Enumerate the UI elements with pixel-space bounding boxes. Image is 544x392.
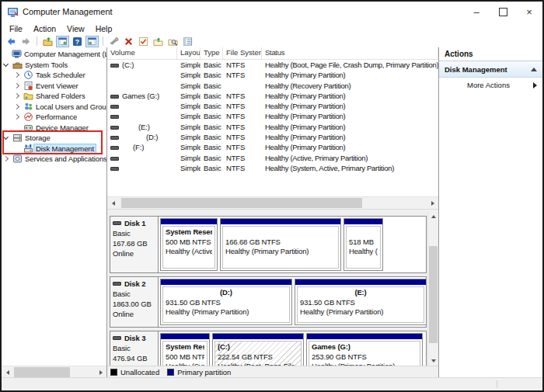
tree-item-computer-management[interactable]: Computer Management (Local — [2, 49, 106, 60]
check-icon[interactable] — [137, 36, 150, 47]
collapse-icon[interactable] — [531, 68, 537, 71]
tree-item-device-manager[interactable]: Device Manager — [2, 123, 106, 134]
scroll-down-icon[interactable] — [428, 356, 438, 366]
menu-view[interactable]: View — [61, 23, 90, 34]
scroll-right-icon[interactable] — [427, 197, 438, 209]
partition-disk3-system-reserved[interactable]: System Rese 500 MB NTFS Healthy (Syst — [160, 333, 210, 366]
scroll-left-icon[interactable] — [2, 366, 13, 378]
column-header-status[interactable]: Status — [262, 47, 438, 59]
svg-text:?: ? — [75, 37, 79, 45]
tree-item-system-tools[interactable]: System Tools — [2, 60, 106, 71]
primary-partition-band — [213, 334, 303, 339]
window-controls: – × — [463, 2, 542, 22]
volume-row[interactable]: (C:) Simple Basic NTFS Healthy (Boot, Pa… — [107, 60, 438, 70]
column-header-layout[interactable]: Layout — [177, 47, 201, 59]
column-header-file-system[interactable]: File System — [223, 47, 262, 59]
volume-row[interactable]: (D:) Simple Basic NTFS Healthy (Primary … — [107, 132, 438, 142]
chevron-right-icon[interactable] — [14, 83, 19, 88]
chevron-down-icon[interactable] — [3, 134, 9, 140]
disk3-info[interactable]: Disk 3 Basic 476.94 GB Online — [110, 331, 159, 366]
tree-item-performance[interactable]: Performance — [2, 112, 106, 123]
scrollbar-thumb[interactable] — [14, 367, 70, 377]
minimize-button[interactable]: – — [463, 2, 490, 22]
tree-item-local-users-and-groups[interactable]: Local Users and Groups — [2, 102, 106, 113]
partition-disk2-d[interactable]: (D:) 931.50 GB NTFS Healthy (Primary Par… — [160, 279, 292, 325]
tree-item-event-viewer[interactable]: Event Viewer — [2, 81, 106, 92]
volume-row[interactable]: (E:) Simple Basic NTFS Healthy (Primary … — [107, 122, 438, 132]
actions-group-disk-management[interactable]: Disk Management — [439, 61, 542, 78]
volume-row[interactable]: Simple Basic NTFS Healthy (Primary Parti… — [107, 111, 438, 121]
show-action-pane-icon[interactable] — [85, 36, 99, 47]
tree-item-shared-folders[interactable]: Shared Folders — [2, 91, 106, 102]
chevron-right-icon[interactable] — [14, 114, 19, 120]
tree-item-task-scheduler[interactable]: Task Scheduler — [2, 70, 106, 81]
tree-horizontal-scrollbar[interactable] — [2, 366, 106, 378]
find-icon[interactable] — [166, 36, 180, 47]
disk1-info[interactable]: Disk 1 Basic 167.68 GB Online — [110, 217, 159, 272]
export-list-icon[interactable] — [41, 36, 54, 47]
partition-disk3-c-selected[interactable]: (C:) 222.54 GB NTFS Healthy (Boot, Page … — [212, 333, 304, 366]
chevron-right-icon[interactable] — [14, 72, 19, 78]
delete-icon[interactable] — [122, 36, 135, 47]
close-button[interactable]: × — [516, 2, 542, 22]
partition-disk1-system-reserved[interactable]: System Reserv 500 MB NTFS Healthy (Activ… — [160, 218, 218, 271]
storage-icon — [12, 133, 23, 143]
partition-disk1-recovery[interactable]: 518 MB Healthy (Recove — [343, 218, 383, 271]
tool-icon[interactable] — [107, 36, 120, 47]
partition-legend: Unallocated Primary partition — [107, 366, 438, 378]
menu-file[interactable]: File — [4, 23, 28, 34]
menu-action[interactable]: Action — [28, 23, 61, 34]
volume-row[interactable]: Simple Basic NTFS Healthy (Primary Parti… — [107, 101, 438, 111]
volume-row[interactable]: Simple Basic NTFS Healthy (Primary Parti… — [107, 70, 438, 80]
show-console-tree-icon[interactable] — [56, 36, 69, 47]
maximize-button[interactable] — [490, 2, 516, 22]
disk-icon — [113, 336, 121, 340]
primary-partition-band — [161, 279, 291, 285]
volume-icon — [110, 115, 119, 119]
volume-row[interactable]: Simple Basic Healthy (Recovery Partition… — [107, 81, 438, 91]
volume-row[interactable]: Games (G:) Simple Basic NTFS Healthy (Pr… — [107, 91, 438, 101]
volume-row[interactable]: Simple Basic NTFS Healthy (Active, Prima… — [107, 153, 438, 163]
partition-disk3-games[interactable]: Games (G:) 253.90 GB NTFS Healthy (Prima… — [306, 333, 423, 366]
help-icon[interactable]: ? — [71, 36, 84, 47]
more-actions-item[interactable]: More Actions — [439, 78, 542, 92]
chevron-right-icon[interactable] — [14, 93, 19, 99]
disk-view-vertical-scrollbar[interactable] — [427, 211, 438, 366]
tree-item-disk-management[interactable]: Disk Management — [2, 144, 106, 154]
legend-unallocated: Unallocated — [110, 368, 159, 376]
tree-item-services-and-applications[interactable]: Services and Applications — [2, 154, 106, 165]
chevron-down-icon[interactable] — [3, 61, 9, 67]
primary-partition-band — [344, 219, 382, 224]
forward-icon[interactable] — [19, 36, 33, 47]
disk2-info[interactable]: Disk 2 Basic 1863.00 GB Online — [110, 277, 159, 327]
scrollbar-thumb[interactable] — [429, 246, 438, 343]
import-icon[interactable] — [152, 36, 165, 47]
scrollbar-thumb[interactable] — [121, 198, 362, 208]
column-header-type[interactable]: Type — [201, 47, 223, 59]
disk-row-disk2: Disk 2 Basic 1863.00 GB Online (D:) 931.… — [110, 276, 427, 328]
tree-item-storage[interactable]: Storage — [2, 133, 106, 144]
partition-disk2-e[interactable]: (E:) 931.50 GB NTFS Healthy (Primary Par… — [295, 279, 426, 325]
disk-icon — [113, 221, 121, 225]
services-icon — [12, 154, 23, 164]
properties-icon[interactable] — [181, 36, 194, 47]
volume-list: (C:) Simple Basic NTFS Healthy (Boot, Pa… — [107, 60, 438, 173]
scroll-up-icon[interactable] — [428, 211, 438, 222]
disk-management-icon — [23, 144, 33, 154]
scroll-right-icon[interactable] — [95, 366, 106, 378]
scroll-left-icon[interactable] — [107, 197, 119, 209]
volume-row[interactable]: Simple Basic NTFS Healthy (System, Activ… — [107, 163, 438, 173]
volume-list-horizontal-scrollbar[interactable] — [107, 196, 438, 209]
computer-management-window: Computer Management – × File Action View… — [0, 0, 544, 392]
computer-icon — [12, 49, 22, 59]
chevron-right-icon[interactable] — [3, 156, 9, 161]
actions-header: Actions — [439, 47, 542, 61]
toolbar: ? — [2, 35, 542, 48]
column-header-volume[interactable]: Volume — [107, 47, 177, 59]
menu-help[interactable]: Help — [90, 23, 118, 34]
performance-icon — [23, 112, 33, 122]
back-icon[interactable] — [5, 36, 18, 47]
volume-row[interactable]: (F:) Simple Basic NTFS Healthy (Primary … — [107, 142, 438, 152]
chevron-right-icon[interactable] — [14, 104, 19, 109]
partition-disk1-main[interactable]: 166.68 GB NTFS Healthy (Primary Partitio… — [220, 218, 341, 271]
